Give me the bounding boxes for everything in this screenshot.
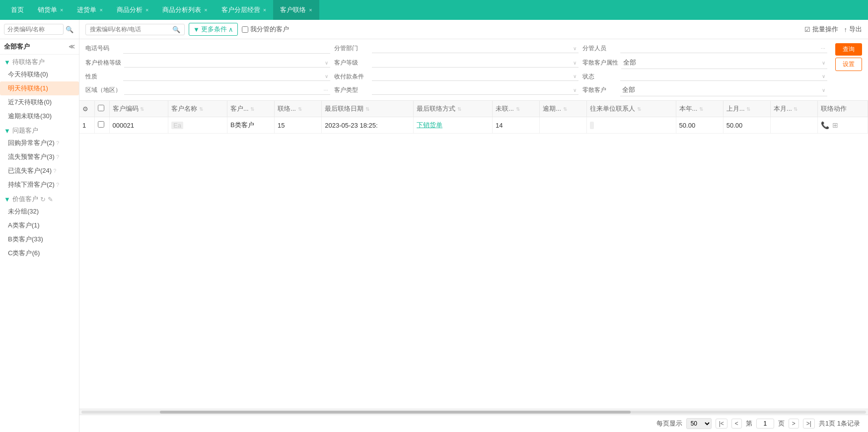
sort-icon[interactable]: ⇅: [516, 106, 520, 112]
grid-icon[interactable]: ⊞: [832, 121, 838, 129]
export-btn[interactable]: ↑ 导出: [844, 25, 863, 34]
sidebar-group-value: ▼ 价值客户 ↻ ✎: [0, 192, 79, 205]
filter-item-customer-type: 客户类型 ∨: [334, 86, 579, 95]
setting-button[interactable]: 设置: [835, 58, 862, 71]
sidebar-item-churned[interactable]: 已流失客户(24) ?: [0, 164, 79, 178]
sort-icon[interactable]: ⇅: [140, 106, 144, 112]
search-button[interactable]: 🔍: [172, 26, 180, 33]
sidebar-item-ungrouped[interactable]: 未分组(32): [0, 205, 79, 218]
filter-item-phone: 电话号码: [85, 43, 330, 54]
nav-product-analysis-list[interactable]: 商品分析列表 ×: [155, 0, 214, 20]
sidebar-item-overdue[interactable]: 逾期未联络(30): [0, 109, 79, 123]
col-last-contact-method: 最后联络方式 ⇅: [414, 101, 493, 117]
filter-select-nature[interactable]: ∨: [123, 72, 330, 81]
sidebar-item-a-class[interactable]: A类客户(1): [0, 218, 79, 232]
phone-icon[interactable]: 📞: [821, 121, 829, 129]
sort-icon[interactable]: ⇅: [794, 106, 797, 112]
filter-select-customer-type[interactable]: ∨: [372, 86, 579, 95]
my-customer-checkbox[interactable]: [242, 26, 248, 33]
filter-select-customer-level[interactable]: ∨: [372, 59, 579, 68]
sort-icon[interactable]: ⇅: [746, 106, 750, 112]
page-unit: 页: [778, 419, 785, 428]
nav-sales-order[interactable]: 销货单 ×: [31, 0, 70, 20]
sidebar-search-input[interactable]: [4, 24, 64, 35]
blurred-name: Ea: [171, 122, 183, 129]
col-contacts: 联络... ⇅: [275, 101, 322, 117]
filter-item-region: 区域（地区） ···: [85, 85, 330, 95]
filter-select-region[interactable]: ···: [124, 85, 330, 95]
cell-overdue: [540, 117, 587, 134]
settings-icon[interactable]: ⚙: [82, 105, 88, 113]
search-input[interactable]: [90, 26, 172, 33]
triangle-icon: ▼: [4, 196, 10, 203]
close-icon[interactable]: ×: [99, 7, 102, 13]
per-page-label: 每页显示: [656, 419, 682, 428]
per-page-select[interactable]: 50 100 200: [686, 418, 712, 429]
nav-purchase-order[interactable]: 进货单 ×: [70, 0, 109, 20]
filter-select-scatter-attr[interactable]: 全部 ∨: [621, 57, 827, 69]
filter-select-scatter-customer[interactable]: 全部 ∨: [620, 84, 827, 96]
main-layout: 🔍 全部客户 ≪ ▼ 待联络客户 今天待联络(0) 明天待联络(1) 近7天待联…: [0, 20, 868, 432]
horizontal-scrollbar[interactable]: [79, 409, 868, 415]
filter-select-person[interactable]: ···: [620, 44, 827, 53]
col-overdue: 逾期... ⇅: [540, 101, 587, 117]
sort-icon[interactable]: ⇅: [365, 106, 369, 112]
filter-btn[interactable]: ▼ 更多条件 ∧: [189, 23, 238, 36]
sidebar-item-c-class[interactable]: C类客户(6): [0, 246, 79, 260]
sort-icon[interactable]: ⇅: [637, 106, 641, 112]
filter-select-status[interactable]: ∨: [620, 72, 827, 81]
sort-icon[interactable]: ⇅: [699, 106, 703, 112]
more-icon[interactable]: ···: [324, 87, 328, 93]
chevron-down-icon: ∨: [573, 60, 577, 66]
page-input[interactable]: [756, 419, 774, 429]
close-icon[interactable]: ×: [60, 7, 63, 13]
close-icon[interactable]: ×: [263, 7, 266, 13]
col-this-year: 本年... ⇅: [676, 101, 723, 117]
search-icon[interactable]: 🔍: [66, 26, 73, 33]
last-contact-link[interactable]: 下销货单: [417, 121, 442, 129]
filter-input-phone[interactable]: [123, 43, 330, 54]
refresh-icon[interactable]: ↻: [40, 196, 46, 203]
nav-customer-contact[interactable]: 客户联络 ×: [273, 0, 319, 20]
first-page-btn[interactable]: |<: [716, 419, 727, 429]
sidebar-item-churn-warning[interactable]: 流失预警客户(3) ?: [0, 150, 79, 164]
chevron-up-icon: ∧: [228, 26, 233, 33]
batch-btn[interactable]: ☑ 批量操作: [804, 25, 838, 34]
last-page-btn[interactable]: >|: [803, 419, 815, 429]
query-button[interactable]: 查询: [835, 43, 862, 56]
sort-icon[interactable]: ⇅: [563, 106, 567, 112]
scrollbar-thumb[interactable]: [160, 411, 631, 414]
filter-select-payment[interactable]: ∨: [372, 72, 579, 81]
chevron-down-icon: ∨: [822, 87, 825, 93]
sidebar-item-b-class[interactable]: B类客户(33): [0, 232, 79, 246]
close-icon[interactable]: ×: [204, 7, 207, 13]
nav-customer-tier[interactable]: 客户分层经营 ×: [215, 0, 273, 20]
filter-select-price-level[interactable]: ∨: [124, 59, 330, 68]
select-all-checkbox[interactable]: [98, 105, 104, 111]
sidebar-item-tomorrow[interactable]: 明天待联络(1): [0, 81, 79, 95]
more-icon[interactable]: ···: [821, 45, 825, 51]
next-page-btn[interactable]: >: [789, 419, 799, 429]
edit-icon[interactable]: ✎: [48, 196, 53, 203]
filter-select-dept[interactable]: ∨: [372, 44, 579, 53]
nav-home[interactable]: 首页: [4, 0, 31, 20]
cell-contacts: 15: [275, 117, 322, 134]
sort-icon[interactable]: ⇅: [199, 106, 203, 112]
nav-product-analysis[interactable]: 商品分析 ×: [110, 0, 155, 20]
sort-icon[interactable]: ⇅: [250, 106, 254, 112]
cell-name: Ea: [168, 117, 227, 134]
close-icon[interactable]: ×: [145, 7, 148, 13]
filter-label-customer-type: 客户类型: [334, 86, 369, 94]
prev-page-btn[interactable]: <: [731, 419, 742, 429]
sidebar-item-7days[interactable]: 近7天待联络(0): [0, 95, 79, 109]
sidebar-all-customers[interactable]: 全部客户 ≪: [0, 39, 79, 55]
close-icon[interactable]: ×: [309, 7, 312, 13]
sort-icon[interactable]: ⇅: [298, 106, 302, 112]
sidebar-item-today[interactable]: 今天待联络(0): [0, 68, 79, 81]
col-uncontacted: 未联... ⇅: [493, 101, 540, 117]
sort-icon[interactable]: ⇅: [457, 106, 461, 112]
row-checkbox[interactable]: [98, 121, 104, 128]
sidebar-item-abnormal[interactable]: 回购异常客户(2) ?: [0, 136, 79, 150]
sidebar-item-declining[interactable]: 持续下滑客户(2) ?: [0, 178, 79, 192]
table-footer: 每页显示 50 100 200 |< < 第 页 > >| 共1页 1条记录: [79, 415, 868, 432]
